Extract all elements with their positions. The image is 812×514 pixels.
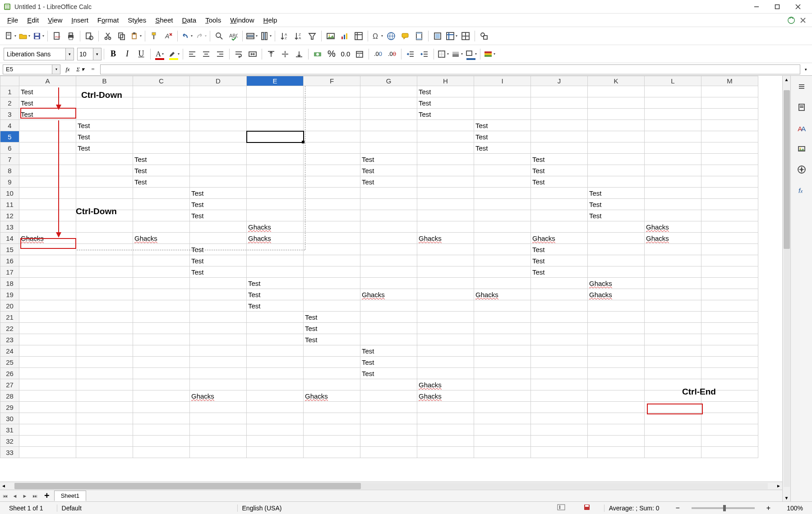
- cell-G8[interactable]: Test: [360, 165, 417, 176]
- cell-D33[interactable]: [190, 447, 247, 458]
- cell-J14[interactable]: Ghacks: [531, 233, 588, 244]
- cell-H4[interactable]: [417, 120, 474, 131]
- cell-D27[interactable]: [190, 379, 247, 390]
- cell-C8[interactable]: Test: [133, 165, 190, 176]
- cell-C10[interactable]: [133, 188, 190, 199]
- cell-M5[interactable]: [701, 131, 758, 142]
- horizontal-scrollbar[interactable]: ◄ ►: [0, 482, 782, 490]
- row-header-22[interactable]: 22: [0, 323, 19, 334]
- cell-C26[interactable]: [133, 368, 190, 379]
- cell-A2[interactable]: Test: [19, 97, 76, 109]
- cell-H5[interactable]: [417, 131, 474, 142]
- cell-H2[interactable]: Test: [417, 97, 474, 109]
- sidebar-settings-icon[interactable]: [794, 78, 810, 95]
- cell-J26[interactable]: [531, 368, 588, 379]
- cell-L16[interactable]: [645, 255, 701, 266]
- cell-G23[interactable]: [360, 334, 417, 345]
- cell-H14[interactable]: Ghacks: [417, 233, 474, 244]
- column-header-H[interactable]: H: [417, 76, 474, 86]
- highlight-button[interactable]: [167, 47, 180, 61]
- cell-E4[interactable]: [247, 120, 304, 131]
- cell-F23[interactable]: Test: [304, 334, 360, 345]
- cell-J24[interactable]: [531, 345, 588, 357]
- cell-I7[interactable]: [474, 154, 531, 165]
- cell-C22[interactable]: [133, 323, 190, 334]
- cell-L7[interactable]: [645, 154, 701, 165]
- cell-C18[interactable]: [133, 278, 190, 289]
- cell-C21[interactable]: [133, 312, 190, 323]
- cell-J8[interactable]: Test: [531, 165, 588, 176]
- cell-L5[interactable]: [645, 131, 701, 142]
- cell-K2[interactable]: [588, 97, 645, 109]
- sort-desc-button[interactable]: ZA: [291, 29, 305, 43]
- column-header-I[interactable]: I: [474, 76, 531, 86]
- cell-F14[interactable]: [304, 233, 360, 244]
- cell-K8[interactable]: [588, 165, 645, 176]
- headers-footers-button[interactable]: [412, 29, 426, 43]
- cell-G1[interactable]: [360, 86, 417, 97]
- cell-D29[interactable]: [190, 402, 247, 413]
- column-header-L[interactable]: L: [645, 76, 701, 86]
- cell-F6[interactable]: [304, 142, 360, 154]
- cell-G6[interactable]: [360, 142, 417, 154]
- cell-L12[interactable]: [645, 210, 701, 221]
- cell-C24[interactable]: [133, 345, 190, 357]
- special-char-button[interactable]: Ω: [370, 29, 384, 43]
- cell-B17[interactable]: [76, 266, 133, 278]
- sidebar-styles-icon[interactable]: AA: [794, 120, 810, 136]
- cell-E8[interactable]: [247, 165, 304, 176]
- cell-F9[interactable]: [304, 176, 360, 188]
- cell-H26[interactable]: [417, 368, 474, 379]
- zoom-out-button[interactable]: −: [673, 504, 683, 512]
- cell-D3[interactable]: [190, 109, 247, 120]
- cell-B16[interactable]: [76, 255, 133, 266]
- cell-E21[interactable]: [247, 312, 304, 323]
- cell-C19[interactable]: [133, 289, 190, 300]
- cell-F1[interactable]: [304, 86, 360, 97]
- cell-F13[interactable]: [304, 221, 360, 233]
- function-wizard-button[interactable]: fx: [62, 64, 73, 74]
- cell-L24[interactable]: [645, 345, 701, 357]
- cell-K25[interactable]: [588, 357, 645, 368]
- cell-H13[interactable]: [417, 221, 474, 233]
- cell-F32[interactable]: [304, 436, 360, 447]
- cell-J10[interactable]: [531, 188, 588, 199]
- cell-L10[interactable]: [645, 188, 701, 199]
- cell-G7[interactable]: Test: [360, 154, 417, 165]
- cell-F8[interactable]: [304, 165, 360, 176]
- cell-D8[interactable]: [190, 165, 247, 176]
- cell-F11[interactable]: [304, 199, 360, 210]
- cell-J21[interactable]: [531, 312, 588, 323]
- cell-L21[interactable]: [645, 312, 701, 323]
- column-header-E[interactable]: E: [247, 76, 304, 86]
- cell-I30[interactable]: [474, 413, 531, 424]
- row-header-7[interactable]: 7: [0, 154, 19, 165]
- cell-B32[interactable]: [76, 436, 133, 447]
- cell-E19[interactable]: Test: [247, 289, 304, 300]
- cell-J1[interactable]: [531, 86, 588, 97]
- row-header-2[interactable]: 2: [0, 97, 19, 109]
- insert-chart-button[interactable]: [338, 29, 351, 43]
- cell-C25[interactable]: [133, 357, 190, 368]
- cell-J22[interactable]: [531, 323, 588, 334]
- cell-H19[interactable]: [417, 289, 474, 300]
- status-zoom[interactable]: 100%: [782, 505, 807, 512]
- cell-M6[interactable]: [701, 142, 758, 154]
- cell-A5[interactable]: [19, 131, 76, 142]
- sidebar-properties-icon[interactable]: [794, 99, 810, 115]
- cell-K20[interactable]: [588, 300, 645, 312]
- cell-B4[interactable]: Test: [76, 120, 133, 131]
- cell-M2[interactable]: [701, 97, 758, 109]
- cell-H1[interactable]: Test: [417, 86, 474, 97]
- cell-E30[interactable]: [247, 413, 304, 424]
- hscroll-left-button[interactable]: ◄: [0, 482, 7, 490]
- cell-C6[interactable]: [133, 142, 190, 154]
- cell-I11[interactable]: [474, 199, 531, 210]
- cell-M14[interactable]: [701, 233, 758, 244]
- cell-H24[interactable]: [417, 345, 474, 357]
- vertical-scrollbar[interactable]: ▲ ▼: [782, 76, 790, 501]
- row-header-23[interactable]: 23: [0, 334, 19, 345]
- sum-button[interactable]: Σ ▾: [75, 64, 86, 74]
- valign-bottom-button[interactable]: [292, 47, 306, 61]
- cell-D5[interactable]: [190, 131, 247, 142]
